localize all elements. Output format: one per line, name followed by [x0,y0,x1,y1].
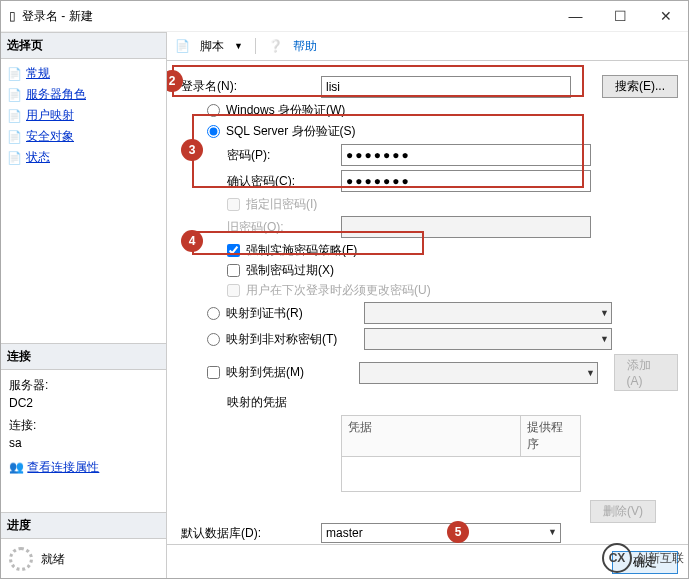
close-button[interactable]: ✕ [643,1,688,31]
select-page-header: 选择页 [1,32,166,59]
map-cred-check[interactable] [207,366,220,379]
form-area: 1 2 3 4 5 登录名(N): 搜索(E)... Windo [167,61,688,544]
help-icon: ❔ [268,39,283,53]
server-label: 服务器: [9,376,158,394]
map-cert-label: 映射到证书(R) [226,305,360,322]
specify-old-password-check [227,198,240,211]
connection-info: 服务器: DC2 连接: sa 👥 查看连接属性 [1,370,166,482]
highlight-box-2 [172,65,584,97]
titlebar: ▯ 登录名 - 新建 — ☐ ✕ [1,1,688,32]
must-change-check [227,284,240,297]
progress-status: 就绪 [41,551,65,568]
marker-4: 4 [181,230,203,252]
specify-old-password-label: 指定旧密码(I) [246,196,317,213]
server-value: DC2 [9,394,158,412]
nav-item-status[interactable]: 📄 状态 [1,147,166,168]
left-pane: 选择页 📄 常规 📄 服务器角色 📄 用户映射 📄 安全对象 📄 状态 连接 服… [1,32,167,579]
window-title: 登录名 - 新建 [22,8,93,25]
nav-list: 📄 常规 📄 服务器角色 📄 用户映射 📄 安全对象 📄 状态 [1,59,166,172]
watermark-logo-icon: CX [602,543,632,573]
mapped-cred-label: 映射的凭据 [227,394,287,411]
col-cred: 凭据 [342,416,521,456]
asym-dropdown: ▼ [364,328,612,350]
connection-header: 连接 [1,343,166,370]
highlight-box-4 [192,231,424,255]
add-button: 添加(A) [614,354,678,391]
cred-table-header: 凭据 提供程序 [341,415,581,457]
search-button[interactable]: 搜索(E)... [602,75,678,98]
cert-dropdown: ▼ [364,302,612,324]
right-pane: 📄 脚本 ▼ ❔ 帮助 1 2 3 4 5 登录名(N): [167,32,688,579]
map-cred-label: 映射到凭据(M) [226,364,355,381]
default-db-label: 默认数据库(D): [181,525,321,542]
toolbar: 📄 脚本 ▼ ❔ 帮助 [167,32,688,61]
highlight-box-3 [192,114,584,188]
watermark: CX 创新互联 [602,543,684,573]
progress-header: 进度 [1,512,166,539]
cred-dropdown: ▼ [359,362,598,384]
default-db-select[interactable]: master [321,523,561,543]
remove-button: 删除(V) [590,500,656,523]
nav-item-securables[interactable]: 📄 安全对象 [1,126,166,147]
script-button[interactable]: 脚本 [200,38,224,55]
connection-label: 连接: [9,416,158,434]
must-change-label: 用户在下次登录时必须更改密码(U) [246,282,431,299]
minimize-button[interactable]: — [553,1,598,31]
enforce-expire-check[interactable] [227,264,240,277]
map-asym-label: 映射到非对称密钥(T) [226,331,360,348]
maximize-button[interactable]: ☐ [598,1,643,31]
nav-item-user-mapping[interactable]: 📄 用户映射 [1,105,166,126]
nav-item-server-roles[interactable]: 📄 服务器角色 [1,84,166,105]
nav-item-general[interactable]: 📄 常规 [1,63,166,84]
progress-spinner-icon [9,547,33,571]
cred-table-body [341,457,581,492]
map-asym-radio[interactable] [207,333,220,346]
map-cert-radio[interactable] [207,307,220,320]
script-icon: 📄 [175,39,190,53]
enforce-expire-label: 强制密码过期(X) [246,262,334,279]
connection-value: sa [9,434,158,452]
marker-5: 5 [447,521,469,543]
col-provider: 提供程序 [521,416,580,456]
window-icon: ▯ [9,9,16,23]
help-button[interactable]: 帮助 [293,38,317,55]
watermark-text: 创新互联 [636,550,684,567]
marker-3: 3 [181,139,203,161]
view-connection-link[interactable]: 查看连接属性 [27,460,99,474]
